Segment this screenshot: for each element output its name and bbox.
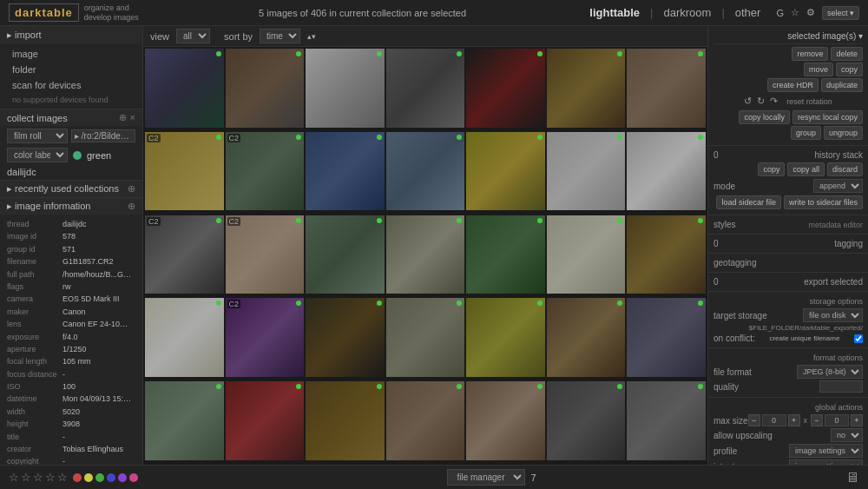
thumbnail-12[interactable] — [547, 132, 626, 211]
star-rating[interactable]: ☆ ☆ ☆ ☆ ☆ — [9, 471, 68, 484]
color-filter-red[interactable] — [73, 473, 82, 482]
view-select[interactable]: all — [176, 29, 210, 43]
collect-icon-1[interactable]: ⊕ — [119, 112, 127, 123]
thumbnail-25[interactable] — [466, 298, 545, 377]
thumbnail-4[interactable] — [466, 49, 545, 128]
create-unique-checkbox[interactable] — [854, 334, 863, 343]
thumbnail-30[interactable] — [306, 381, 385, 460]
duplicate-button[interactable]: duplicate — [821, 78, 863, 92]
thumbnail-10[interactable] — [386, 132, 465, 211]
nav-other[interactable]: other — [732, 4, 765, 21]
intent-select[interactable]: image settings — [789, 459, 863, 465]
thumbnail-0[interactable] — [145, 49, 224, 128]
star-3[interactable]: ☆ — [33, 471, 43, 484]
collect-icon-2[interactable]: × — [130, 112, 135, 123]
import-image[interactable]: image — [0, 46, 142, 62]
color-label-select[interactable]: color label — [7, 148, 68, 162]
group-button[interactable]: group — [791, 126, 821, 140]
max-size-plus1[interactable]: + — [788, 414, 800, 426]
thumbnail-26[interactable] — [547, 298, 626, 377]
max-size-plus2[interactable]: + — [851, 414, 863, 426]
thumbnail-22[interactable]: C2 — [226, 298, 305, 377]
thumbnail-11[interactable] — [466, 132, 545, 211]
quality-input[interactable]: 25 — [819, 380, 863, 393]
star-5[interactable]: ☆ — [57, 471, 68, 484]
star-2[interactable]: ☆ — [21, 471, 31, 484]
write-sidecar-button[interactable]: write to sidecar files — [784, 195, 863, 209]
import-header[interactable]: ▸ import — [0, 26, 142, 44]
thumbnail-3[interactable] — [386, 49, 465, 128]
color-filter-pink[interactable] — [129, 473, 138, 482]
nav-lighttable[interactable]: lighttable — [586, 4, 643, 21]
create-hdr-button[interactable]: create HDR — [767, 78, 819, 92]
thumbnail-14[interactable]: C2 — [145, 215, 224, 294]
thumbnail-31[interactable] — [386, 381, 465, 460]
nav-darkroom[interactable]: darkroom — [660, 4, 714, 21]
thumbnail-6[interactable] — [627, 49, 706, 128]
import-folder[interactable]: folder — [0, 62, 142, 77]
nav-star-icon[interactable]: ☆ — [791, 7, 799, 18]
thumbnail-2[interactable] — [306, 49, 385, 128]
file-format-select[interactable]: JPEG (8-bit) — [797, 365, 863, 379]
max-size-minus2[interactable]: − — [811, 414, 823, 426]
import-scan[interactable]: scan for devices — [0, 77, 142, 93]
load-sidecar-button[interactable]: load sidecar file — [716, 195, 781, 209]
move-button[interactable]: move — [804, 63, 833, 76]
thumbnail-16[interactable] — [306, 215, 385, 294]
profile-select[interactable]: image settings — [789, 444, 863, 458]
thumbnail-15[interactable]: C2 — [226, 215, 305, 294]
film-roll-select[interactable]: film roll — [7, 129, 68, 143]
refresh-icon[interactable]: ↺ — [744, 96, 752, 107]
thumbnail-13[interactable] — [627, 132, 706, 211]
thumbnail-23[interactable] — [306, 298, 385, 377]
history-copy-all-button[interactable]: copy all — [787, 162, 825, 176]
history-copy-button[interactable]: copy — [758, 162, 785, 176]
rotate-cw-icon[interactable]: ↻ — [757, 96, 765, 107]
upscaling-select[interactable]: no — [831, 428, 863, 442]
max-size-minus1[interactable]: − — [748, 414, 760, 426]
thumbnail-24[interactable] — [386, 298, 465, 377]
remove-button[interactable]: remove — [792, 47, 828, 61]
resync-button[interactable]: resync local copy — [792, 110, 863, 124]
select-button[interactable]: select ▾ — [822, 6, 859, 20]
sort-select[interactable]: time — [260, 29, 300, 43]
thumbnail-7[interactable]: C2 — [145, 132, 224, 211]
rotate-ccw-icon[interactable]: ↷ — [770, 96, 778, 107]
star-4[interactable]: ☆ — [45, 471, 56, 484]
thumbnail-27[interactable] — [627, 298, 706, 377]
nav-g[interactable]: G — [776, 8, 784, 18]
delete-button[interactable]: delete — [831, 47, 863, 61]
thumbnail-32[interactable] — [466, 381, 545, 460]
star-1[interactable]: ☆ — [9, 471, 19, 484]
color-filter-purple[interactable] — [118, 473, 127, 482]
thumbnail-29[interactable] — [226, 381, 305, 460]
mode-select[interactable]: append — [813, 179, 863, 193]
image-info-header[interactable]: ▸ image information ⊕ — [0, 198, 142, 215]
copy-button[interactable]: copy — [836, 63, 863, 76]
ungroup-button[interactable]: ungroup — [824, 126, 863, 140]
max-size-input1[interactable] — [762, 414, 786, 426]
thumbnail-5[interactable] — [547, 49, 626, 128]
copy-locally-button[interactable]: copy locally — [739, 110, 790, 124]
thumbnail-8[interactable]: C2 — [226, 132, 305, 211]
target-storage-select[interactable]: file on disk — [803, 308, 863, 322]
thumbnail-9[interactable] — [306, 132, 385, 211]
thumbnail-28[interactable] — [145, 381, 224, 460]
thumbnail-33[interactable] — [547, 381, 626, 460]
color-filter-blue[interactable] — [107, 473, 115, 482]
color-filter-green[interactable] — [95, 473, 104, 482]
max-size-input2[interactable] — [825, 414, 849, 426]
thumbnail-34[interactable] — [627, 381, 706, 460]
thumbnail-17[interactable] — [386, 215, 465, 294]
thumbnail-18[interactable] — [466, 215, 545, 294]
thumbnail-21[interactable] — [145, 298, 224, 377]
thumbnail-19[interactable] — [547, 215, 626, 294]
sort-arrows-icon[interactable]: ▴▾ — [307, 32, 316, 41]
recently-header[interactable]: ▸ recently used collections ⊕ — [0, 181, 142, 197]
file-manager-select[interactable]: file manager — [447, 469, 525, 486]
nav-gear-icon[interactable]: ⚙ — [806, 7, 815, 18]
thumbnail-20[interactable] — [627, 215, 706, 294]
color-filter-yellow[interactable] — [84, 473, 93, 482]
history-discard-button[interactable]: discard — [827, 162, 863, 176]
thumbnail-1[interactable] — [226, 49, 305, 128]
